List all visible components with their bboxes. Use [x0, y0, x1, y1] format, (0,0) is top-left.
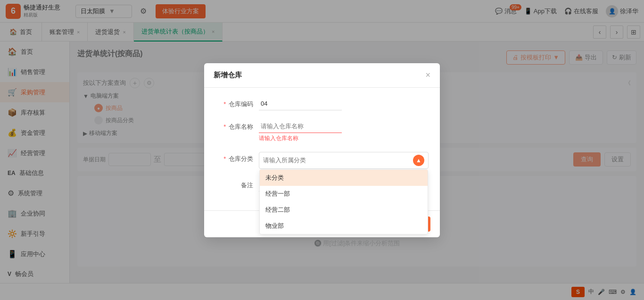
category-input[interactable]: [263, 157, 413, 164]
category-select-wrapper[interactable]: ▲ 未分类 经营一部 经营二部 物业部: [259, 152, 429, 169]
required-mark-category: *: [223, 155, 226, 162]
name-input-wrapper: 请输入仓库名称: [259, 120, 429, 142]
code-label: * 仓库编码: [215, 97, 253, 108]
modal-header: 新增仓库 ×: [204, 63, 440, 88]
dropdown-item-dept3[interactable]: 物业部: [260, 218, 428, 234]
dropdown-item-dept2[interactable]: 经营二部: [260, 202, 428, 218]
modal-body: * 仓库编码 * 仓库名称 请输入仓库名称: [204, 88, 440, 210]
code-input-wrapper: [259, 97, 429, 110]
dropdown-item-none[interactable]: 未分类: [260, 170, 428, 186]
modal-close-button[interactable]: ×: [425, 71, 430, 79]
form-row-code: * 仓库编码: [215, 97, 429, 110]
name-label: * 仓库名称: [215, 120, 253, 131]
name-input[interactable]: [259, 120, 342, 133]
form-row-category: * 仓库分类 ▲ 未分类 经营一部 经营二部 物业部: [215, 152, 429, 169]
category-label: * 仓库分类: [215, 152, 253, 163]
name-error-message: 请输入仓库名称: [259, 134, 429, 142]
category-dropdown: 未分类 经营一部 经营二部 物业部: [259, 169, 428, 234]
dropdown-item-dept1[interactable]: 经营一部: [260, 186, 428, 202]
add-warehouse-modal: 新增仓库 × * 仓库编码 * 仓库名称: [204, 63, 440, 237]
select-up-arrow-icon[interactable]: ▲: [413, 155, 424, 166]
modal-overlay: 新增仓库 × * 仓库编码 * 仓库名称: [0, 0, 644, 300]
required-mark-name: *: [223, 123, 226, 130]
note-label: 备注: [215, 178, 253, 190]
code-input[interactable]: [259, 97, 342, 110]
form-row-name: * 仓库名称 请输入仓库名称: [215, 120, 429, 142]
required-mark: *: [223, 100, 226, 108]
modal-title: 新增仓库: [214, 71, 242, 80]
